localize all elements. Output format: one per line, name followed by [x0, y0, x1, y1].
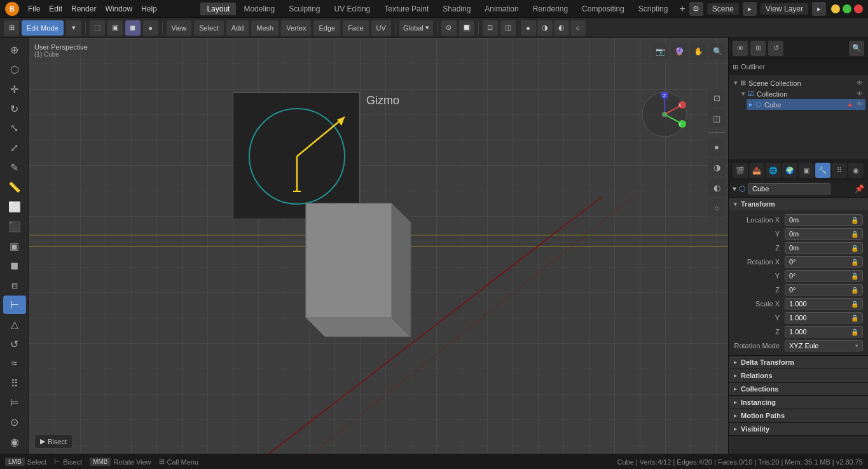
rotation-x-value[interactable]: 0° 🔒: [785, 256, 863, 268]
sidebar-inset[interactable]: ▣: [3, 237, 26, 255]
rendered-mode[interactable]: ◐: [708, 179, 726, 196]
solid-shading[interactable]: ●: [521, 20, 536, 36]
tab-scripting[interactable]: Scripting: [632, 3, 675, 15]
mode-dropdown[interactable]: ▾: [66, 20, 81, 36]
rotation-mode-value[interactable]: XYZ Eule ▾: [785, 340, 863, 351]
sync-icon[interactable]: ↺: [768, 41, 783, 56]
outliner-collection[interactable]: ▾ ☑ Collection 👁: [739, 88, 865, 99]
sidebar-select[interactable]: ⬡: [3, 60, 26, 79]
proportional-icon[interactable]: ⊙: [441, 20, 457, 36]
tab-uv-editing[interactable]: UV Editing: [328, 3, 377, 15]
rendered-shading[interactable]: ◐: [554, 20, 569, 36]
search-icon[interactable]: 🔍: [849, 41, 864, 56]
add-menu[interactable]: Add: [226, 20, 249, 36]
tab-compositing[interactable]: Compositing: [575, 3, 631, 15]
sidebar-measure[interactable]: 📏: [3, 178, 26, 196]
collection-visibility[interactable]: 👁: [857, 90, 863, 97]
hand-icon[interactable]: ✋: [690, 43, 706, 60]
xray-toggle[interactable]: ◫: [708, 109, 726, 127]
view-menu[interactable]: View: [167, 20, 192, 36]
tab-add[interactable]: +: [675, 3, 689, 15]
sidebar-knife[interactable]: ⊢: [3, 296, 26, 314]
tab-modeling[interactable]: Modeling: [237, 3, 281, 15]
face-menu[interactable]: Face: [343, 20, 368, 36]
overlay-icon[interactable]: ⊡: [483, 20, 498, 36]
view-icon[interactable]: 👁: [733, 41, 748, 56]
sidebar-randomize[interactable]: ⠿: [3, 374, 26, 393]
material-mode[interactable]: ◑: [708, 158, 726, 176]
mode-selector[interactable]: Edit Mode: [22, 20, 64, 36]
sidebar-bevel[interactable]: ◼: [3, 256, 26, 275]
viewport-shading-1[interactable]: ⬚: [90, 20, 105, 36]
sidebar-spin[interactable]: ↺: [3, 335, 26, 353]
wireframe-mode[interactable]: ○: [708, 199, 726, 217]
close-button[interactable]: [854, 4, 863, 13]
viewport-shading-4[interactable]: ●: [143, 20, 158, 36]
menu-file[interactable]: File: [24, 3, 44, 15]
render-icon[interactable]: 🔮: [671, 43, 687, 60]
location-z-value[interactable]: 0m 🔒: [785, 242, 863, 254]
sidebar-edge-slide[interactable]: ⊨: [3, 393, 26, 412]
object-name-input[interactable]: [748, 183, 830, 194]
viewport-shading-3[interactable]: ◼: [125, 20, 141, 36]
prop-tab-render[interactable]: 🎬: [733, 163, 748, 178]
sidebar-cursor[interactable]: ⊕: [3, 41, 26, 59]
prop-tab-world[interactable]: 🌍: [782, 163, 797, 178]
scale-y-value[interactable]: 1.000 🔒: [785, 312, 863, 323]
mode-icon[interactable]: ⊞: [4, 20, 19, 36]
camera-icon[interactable]: 📷: [652, 43, 668, 60]
tab-rendering[interactable]: Rendering: [527, 3, 574, 15]
scale-z-value[interactable]: 1.000 🔒: [785, 326, 863, 337]
delta-transform-header[interactable]: ▸ Delta Transform: [729, 356, 868, 369]
instancing-header[interactable]: ▸ Instancing: [729, 396, 868, 409]
prop-tab-physics[interactable]: ◉: [848, 163, 864, 178]
prop-tab-object[interactable]: ▣: [799, 163, 814, 178]
scale-x-value[interactable]: 1.000 🔒: [785, 298, 863, 309]
collections-header[interactable]: ▸ Collections: [729, 383, 868, 395]
transform-dropdown[interactable]: Global ▾: [399, 20, 433, 36]
tab-texture-paint[interactable]: Texture Paint: [378, 3, 435, 15]
prop-tab-scene[interactable]: 🌐: [766, 163, 781, 178]
expand-icon[interactable]: ▸: [743, 2, 757, 16]
sidebar-scale[interactable]: ⤡: [3, 119, 26, 137]
outliner-cube[interactable]: ▸ ⬡ Cube 🔺 👁: [747, 99, 865, 110]
tab-layout[interactable]: Layout: [200, 3, 236, 15]
sidebar-annotate[interactable]: ✎: [3, 158, 26, 177]
tab-shading[interactable]: Shading: [436, 3, 477, 15]
wireframe-shading[interactable]: ○: [570, 20, 586, 36]
bisect-panel[interactable]: ▶ Bisect: [34, 434, 72, 449]
location-x-value[interactable]: 0m 🔒: [785, 214, 863, 226]
maximize-button[interactable]: [843, 4, 851, 13]
expand-icon2[interactable]: ▸: [812, 2, 826, 16]
overlay-toggle[interactable]: ⊡: [708, 89, 726, 107]
tab-sculpting[interactable]: Sculpting: [282, 3, 326, 15]
sidebar-transform[interactable]: ⤢: [3, 139, 26, 157]
sidebar-settings[interactable]: ◉: [3, 433, 26, 451]
vertex-menu[interactable]: Vertex: [281, 20, 311, 36]
edge-menu[interactable]: Edge: [313, 20, 340, 36]
uv-menu[interactable]: UV: [371, 20, 391, 36]
nav-gizmo[interactable]: X Y Z: [639, 89, 690, 142]
select-menu[interactable]: Select: [194, 20, 224, 36]
view-layer-button[interactable]: View Layer: [761, 3, 808, 15]
visibility-header[interactable]: ▸ Visibility: [729, 423, 868, 435]
menu-help[interactable]: Help: [137, 3, 161, 15]
material-shading[interactable]: ◑: [537, 20, 553, 36]
relations-header[interactable]: ▸ Relations: [729, 369, 868, 382]
scene-icon[interactable]: ⚙: [689, 2, 703, 16]
motion-paths-header[interactable]: ▸ Motion Paths: [729, 409, 868, 422]
xray-icon[interactable]: ◫: [500, 20, 516, 36]
rotation-y-value[interactable]: 0° 🔒: [785, 270, 863, 282]
sidebar-rotate[interactable]: ↻: [3, 100, 26, 118]
visibility-icon[interactable]: 👁: [857, 79, 863, 86]
sidebar-smooth[interactable]: ≈: [3, 355, 26, 373]
location-y-value[interactable]: 0m 🔒: [785, 228, 863, 240]
cube-visibility[interactable]: 👁: [857, 100, 863, 109]
tab-animation[interactable]: Animation: [478, 3, 525, 15]
menu-edit[interactable]: Edit: [45, 3, 66, 15]
sidebar-loop-cut[interactable]: ⧈: [3, 276, 26, 294]
prop-tab-particles[interactable]: ⠿: [832, 163, 847, 178]
solid-mode[interactable]: ●: [708, 138, 726, 156]
sidebar-shrink[interactable]: ⊙: [3, 413, 26, 432]
filter-icon[interactable]: ⊞: [750, 41, 766, 56]
